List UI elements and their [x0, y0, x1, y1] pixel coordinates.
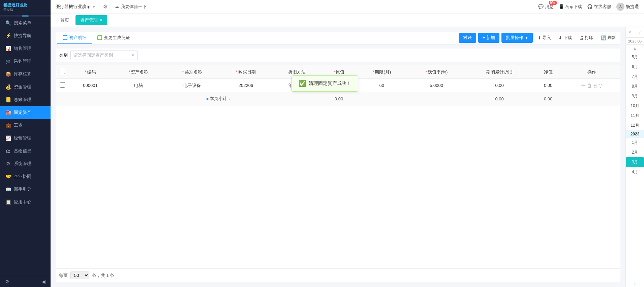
- subtotal-row: ■ 本页小计： 0.00 0.00 0.00: [56, 92, 620, 105]
- tab-home[interactable]: 首页: [56, 15, 74, 25]
- col-net-value: 净值: [533, 65, 563, 79]
- sidebar-item-quick-nav[interactable]: ⚡ 快捷导航: [0, 29, 51, 42]
- total-label: 条，共 1 条: [92, 273, 114, 279]
- sidebar-item-fixed-assets[interactable]: 🏭 固定资产: [0, 106, 51, 119]
- col-initial-depreciation: 期初累计折旧: [466, 65, 533, 79]
- new-button[interactable]: + 新增: [478, 33, 499, 43]
- sidebar-item-system[interactable]: ⚙ 系统管理: [0, 157, 51, 170]
- category-select[interactable]: 请选择固定资产类别 ▼: [70, 51, 138, 60]
- sidebar-item-inventory[interactable]: 📦 库存核算: [0, 68, 51, 81]
- quick-nav-icon: ⚡: [5, 33, 11, 39]
- month-2[interactable]: 2月: [626, 148, 644, 157]
- print-button[interactable]: 🖨 打印: [577, 33, 596, 42]
- sidebar-item-label: 工资: [14, 122, 23, 128]
- sidebar-scroll: 🔍 搜索菜单 ⚡ 快捷导航 📊 销售管理 🛒 采购管理 📦 库存核算 💰 资金管…: [0, 17, 51, 276]
- main-content: 医疗器械行业演示 ▼ ⚙ ☁ 我要体验一下 💬 消息 99+ 📱 App下载 🎧…: [51, 0, 644, 287]
- settings-footer-icon[interactable]: ⚙: [5, 279, 9, 284]
- filter-row: 类别 请选择固定资产类别 ▼: [56, 49, 620, 62]
- company-selector[interactable]: 医疗器械行业演示 ▼: [56, 4, 96, 10]
- sidebar-item-label: 新手引导: [14, 186, 31, 192]
- toast-message: 清理固定资产成功！: [309, 81, 351, 87]
- tab-close-icon[interactable]: ✕: [99, 18, 102, 22]
- app-download-button[interactable]: 📱 App下载: [559, 4, 582, 10]
- sub-tab-asset-detail[interactable]: 资产明细: [57, 32, 92, 44]
- copy-icon[interactable]: ⎘: [594, 83, 596, 88]
- sidebar-item-payroll[interactable]: 💼 工资: [0, 119, 51, 132]
- voucher-icon: [97, 35, 102, 40]
- row-name: 电脑: [112, 79, 165, 92]
- month-5[interactable]: 5月: [626, 52, 644, 62]
- required-mark: *: [85, 69, 87, 74]
- sidebar-item-label: 固定资产: [14, 109, 31, 116]
- experience-button[interactable]: ☁ 我要体验一下: [115, 4, 147, 10]
- delete-icon[interactable]: 🗑: [587, 83, 592, 88]
- select-all-checkbox[interactable]: [60, 69, 65, 74]
- toast-check-icon: ✅: [299, 80, 306, 87]
- sidebar-item-enterprise[interactable]: 🤝 企业协同: [0, 170, 51, 183]
- row-residual-rate: 5.0000: [407, 79, 466, 92]
- close-right-sidebar-icon[interactable]: ✕: [628, 30, 632, 35]
- col-category: *类别名称: [165, 65, 219, 79]
- month-scroll-up[interactable]: ▲: [626, 45, 644, 52]
- sidebar-item-search[interactable]: 🔍 搜索菜单: [0, 17, 51, 29]
- sidebar-item-sales[interactable]: 📊 销售管理: [0, 42, 51, 55]
- print-label: 打印: [585, 35, 593, 41]
- success-toast: ✅ 清理固定资产成功！: [292, 75, 358, 92]
- row-checkbox-cell: [56, 79, 69, 92]
- category-placeholder: 请选择固定资产类别: [73, 52, 130, 58]
- download-button[interactable]: ⬇ 下载: [556, 33, 575, 42]
- company-name: 医疗器械行业演示: [56, 4, 91, 10]
- topbar-divider1: [99, 3, 99, 10]
- batch-button[interactable]: 批量操作 ▼: [501, 33, 533, 43]
- month-10[interactable]: 10月: [626, 101, 644, 111]
- row-net-value: 0.00: [533, 79, 563, 92]
- more-icon[interactable]: ⬡: [599, 83, 603, 88]
- app-center-icon: 🔲: [5, 199, 11, 205]
- month-9[interactable]: 9月: [626, 91, 644, 101]
- row-checkbox[interactable]: [60, 82, 65, 88]
- import-button[interactable]: ⬆ 导入: [535, 33, 554, 42]
- sidebar-item-guide[interactable]: 📖 新手引导: [0, 183, 51, 196]
- month-3-active[interactable]: 3月: [626, 157, 644, 167]
- tab-asset[interactable]: 资产管理 ✕: [75, 15, 107, 25]
- month-1[interactable]: 1月: [626, 138, 644, 148]
- collapse-sidebar-icon[interactable]: ◀: [42, 279, 45, 284]
- enterprise-icon: 🤝: [5, 173, 11, 180]
- month-12[interactable]: 12月: [626, 121, 644, 130]
- sub-tabs: 资产明细 变更生成凭证 对账 + 新增 批量操作 ▼ ⬆: [56, 32, 620, 44]
- subtotal-empty7: [563, 92, 620, 105]
- print-icon: 🖨: [579, 35, 584, 40]
- import-icon: ⬆: [538, 35, 541, 40]
- sidebar-item-capital[interactable]: 💰 资金管理: [0, 81, 51, 93]
- pagination: 每页 50 100 200 条，共 1 条: [56, 268, 620, 282]
- refresh-button[interactable]: 🔄 刷新: [598, 33, 619, 42]
- sidebar-item-ledger[interactable]: 📒 总账管理: [0, 93, 51, 106]
- sidebar-item-operations[interactable]: 📈 经营管理: [0, 132, 51, 145]
- month-6[interactable]: 6月: [626, 62, 644, 72]
- month-4[interactable]: 4月: [626, 167, 644, 177]
- sidebar-item-label: 销售管理: [14, 45, 31, 52]
- sub-tab-voucher[interactable]: 变更生成凭证: [92, 32, 135, 44]
- sidebar-item-basic-info[interactable]: 🗂 基础信息: [0, 145, 51, 157]
- reconcile-button[interactable]: 对账: [459, 33, 476, 43]
- online-service-button[interactable]: 🎧 在线客服: [587, 4, 611, 10]
- sidebar-item-app-center[interactable]: 🔲 应用中心: [0, 196, 51, 209]
- per-page-select[interactable]: 50 100 200: [70, 272, 89, 279]
- month-8[interactable]: 8月: [626, 82, 644, 91]
- message-button[interactable]: 💬 消息 99+: [538, 4, 554, 10]
- system-icon: ⚙: [5, 161, 11, 167]
- month-scroll-down[interactable]: ↓: [626, 279, 644, 287]
- category-select-arrow: ▼: [131, 53, 135, 57]
- topbar-settings-icon[interactable]: ⚙: [103, 3, 108, 10]
- svg-rect-1: [98, 36, 101, 39]
- app-name: 畅捷通好业财: [3, 3, 28, 7]
- sidebar-item-purchase[interactable]: 🛒 采购管理: [0, 55, 51, 68]
- right-sidebar-date: 2023.03: [626, 38, 644, 45]
- sidebar-item-label: 经营管理: [14, 135, 31, 141]
- month-7[interactable]: 7月: [626, 72, 644, 82]
- expand-icon[interactable]: ⤢: [638, 30, 642, 35]
- month-11[interactable]: 11月: [626, 111, 644, 121]
- edit-icon[interactable]: ✏: [581, 83, 585, 88]
- user-menu[interactable]: 人 畅捷通: [616, 3, 639, 11]
- required-mark: *: [425, 69, 427, 74]
